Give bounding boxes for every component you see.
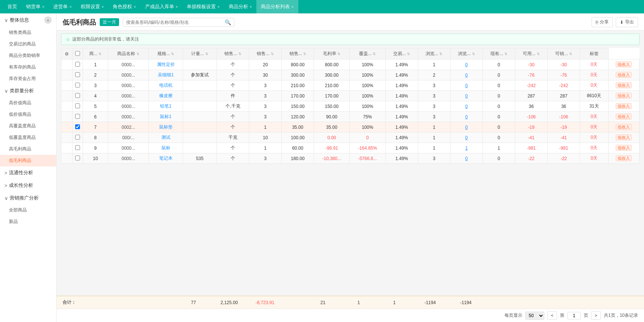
row-name[interactable]: 测试 [149, 133, 183, 143]
close-icon[interactable]: × [69, 4, 71, 9]
close-icon[interactable]: × [250, 4, 252, 9]
row-check[interactable] [73, 80, 83, 91]
close-icon[interactable]: × [42, 4, 44, 9]
nav-product-analysis-list[interactable]: 商品分析列表 × [256, 0, 298, 13]
close-icon[interactable]: × [217, 4, 220, 9]
row-browse1[interactable]: 0 [450, 80, 483, 91]
sidebar-group-overall[interactable]: ∨ 整体信息 « [0, 13, 56, 27]
col-check[interactable] [73, 48, 83, 60]
select-all-checkbox[interactable] [75, 51, 80, 56]
row-checkbox[interactable] [75, 72, 80, 77]
sidebar-group-marketing[interactable]: ∨ 营销推广分析 [0, 192, 56, 204]
row-browse1[interactable]: 0 [450, 153, 483, 164]
col-settings[interactable]: ⚙ [61, 48, 73, 60]
time-filter-button[interactable]: 近一月 [100, 18, 119, 26]
sidebar-item-high-margin[interactable]: 高毛利商品 [0, 143, 56, 155]
sidebar-item-stock-capital[interactable]: 库存资金占用 [0, 73, 56, 85]
close-icon[interactable]: × [134, 4, 136, 9]
product-table: ⚙ 商... ⇅ 商品名称 ⇅ 规格... ⇅ 计量... ⇅ 销售... ⇅ … [61, 48, 640, 164]
prev-page-button[interactable]: ＜ [547, 311, 557, 320]
row-available: -981 [548, 143, 580, 153]
row-check[interactable] [73, 60, 83, 70]
sidebar-item-low-value[interactable]: 低价值商品 [0, 109, 56, 120]
export-icon: ⬇ [620, 20, 624, 25]
row-checkbox[interactable] [75, 62, 80, 67]
row-sales-price: 60.00 [282, 143, 314, 153]
row-browse1[interactable]: 0 [450, 60, 483, 70]
sidebar-group-cluster[interactable]: ∨ 类群量分析 [0, 85, 56, 97]
row-name[interactable]: 吴细细1 [149, 70, 183, 80]
search-icon[interactable]: 🔍 [225, 19, 231, 25]
row-name[interactable]: 橡皮擦 [149, 91, 183, 101]
row-name[interactable]: 鼠标 [149, 143, 183, 153]
row-name[interactable]: 电话机 [149, 80, 183, 91]
nav-permissions[interactable]: 权限设置 × [76, 0, 108, 13]
export-button[interactable]: ⬇ 导出 [616, 17, 638, 27]
row-name[interactable]: 笔记本 [149, 153, 183, 164]
row-checkbox[interactable] [75, 114, 80, 119]
nav-sales-order[interactable]: 销货单 × [22, 0, 49, 13]
row-browse1[interactable]: 0 [450, 133, 483, 143]
row-browse1[interactable]: 0 [450, 70, 483, 80]
nav-template-settings[interactable]: 单据模板设置 × [182, 0, 224, 13]
row-checkbox[interactable] [75, 124, 80, 129]
table-container[interactable]: ⚙ 商... ⇅ 商品名称 ⇅ 规格... ⇅ 计量... ⇅ 销售... ⇅ … [57, 45, 644, 296]
collapse-icon[interactable]: « [44, 16, 52, 24]
search-input[interactable] [126, 20, 225, 25]
row-browse1[interactable]: 1 [450, 143, 483, 153]
sidebar-item-sales-goods[interactable]: 销售类商品 [0, 27, 56, 38]
row-check[interactable] [73, 143, 83, 153]
sidebar-group-flow[interactable]: > 流通性分析 [0, 166, 56, 179]
row-check[interactable] [73, 112, 83, 122]
row-checkbox[interactable] [75, 93, 80, 98]
nav-home[interactable]: 首页 [3, 0, 22, 13]
nav-role-auth[interactable]: 角色授权 × [108, 0, 140, 13]
row-name[interactable]: 鼠标垫 [149, 122, 183, 133]
row-check[interactable] [73, 91, 83, 101]
row-browse1[interactable]: 0 [450, 122, 483, 133]
row-check[interactable] [73, 153, 83, 164]
sidebar-group-growth[interactable]: > 成长性分析 [0, 179, 56, 192]
row-check[interactable] [73, 101, 83, 112]
close-icon[interactable]: × [176, 4, 178, 9]
share-button[interactable]: ⎘ 分享 [592, 17, 613, 27]
sidebar-item-all-goods[interactable]: 全部商品 [0, 204, 56, 216]
close-icon[interactable]: × [102, 4, 104, 9]
sidebar-item-low-margin[interactable]: 低毛利商品 [0, 155, 56, 166]
row-sales-qty: 10 [249, 133, 282, 143]
row-checkbox[interactable] [75, 135, 80, 140]
sidebar-item-new-goods[interactable]: 新品 [0, 216, 56, 227]
row-browse1[interactable]: 0 [450, 101, 483, 112]
row-check[interactable] [73, 133, 83, 143]
row-browse1[interactable]: 0 [450, 91, 483, 101]
row-settings [61, 80, 73, 91]
row-no: 1 [83, 60, 108, 70]
sidebar-item-stock-goods[interactable]: 有库存的商品 [0, 61, 56, 73]
page-number-input[interactable] [567, 312, 581, 319]
nav-product-analysis[interactable]: 商品分析 × [224, 0, 256, 13]
row-check[interactable] [73, 122, 83, 133]
row-checkbox[interactable] [75, 145, 80, 150]
per-page-select[interactable]: 50 20 100 [525, 312, 544, 320]
row-name[interactable]: 鼠标1 [149, 112, 183, 122]
sidebar-item-high-coverage[interactable]: 高覆盖度商品 [0, 120, 56, 132]
row-checkbox[interactable] [75, 156, 80, 160]
row-sales-profit: -10,380... [314, 153, 350, 164]
row-name[interactable]: 属性定价 [149, 60, 183, 70]
nav-product-warehouse[interactable]: 产成品入库单 × [141, 0, 182, 13]
row-check[interactable] [73, 70, 83, 80]
row-checkbox[interactable] [75, 83, 80, 87]
nav-purchase-order[interactable]: 进货单 × [49, 0, 76, 13]
row-browse2: 0 [483, 153, 515, 164]
sidebar-item-traded-goods[interactable]: 交易过的商品 [0, 38, 56, 50]
sidebar-item-low-coverage[interactable]: 低覆盖度商品 [0, 132, 56, 143]
row-browse1[interactable]: 0 [450, 112, 483, 122]
sidebar-item-category-rate[interactable]: 商品分类助销率 [0, 50, 56, 61]
row-spec [183, 60, 217, 70]
next-page-button[interactable]: ＞ [591, 311, 601, 320]
sidebar-item-high-value[interactable]: 高价值商品 [0, 97, 56, 109]
row-name[interactable]: 铅笔1 [149, 101, 183, 112]
row-checkbox[interactable] [75, 103, 80, 108]
table-row: 10 0000... 笔记本 535 个 3 180.00 -10,380...… [61, 153, 640, 164]
close-icon[interactable]: × [291, 4, 294, 9]
